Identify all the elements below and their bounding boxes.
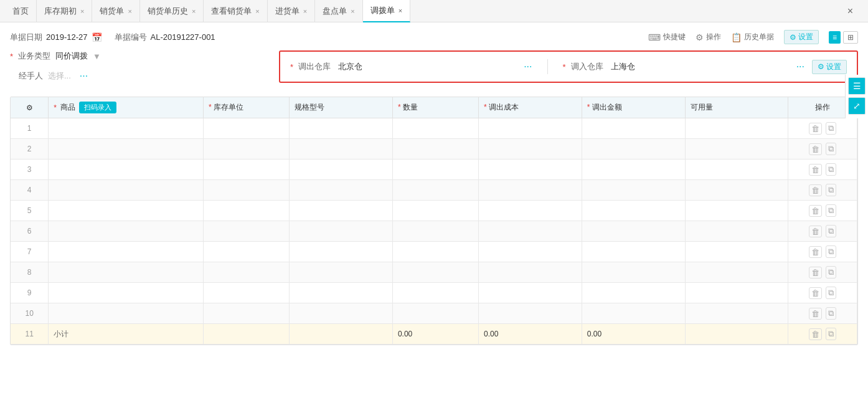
copy-icon-3[interactable]: ⧉ [826, 163, 836, 176]
row-num-11: 11 [11, 324, 49, 345]
cell-product-9[interactable] [49, 283, 204, 303]
handler-more-icon[interactable]: ··· [80, 70, 88, 82]
cell-amount-8 [582, 262, 685, 283]
delete-icon-5[interactable]: 🗑 [809, 205, 822, 217]
copy-icon-1[interactable]: ⧉ [826, 122, 836, 135]
tab-transfer[interactable]: 调拨单 × [363, 0, 410, 22]
grid-view-button[interactable]: ⊞ [843, 31, 858, 44]
cell-cost-4 [479, 180, 582, 201]
sidebar-expand-icon[interactable]: ⤢ [848, 97, 866, 115]
ops-cell-5: 🗑 ⧉ [788, 201, 857, 221]
handler-field[interactable]: 选择... ··· [48, 70, 88, 82]
cell-product-10[interactable] [49, 303, 204, 324]
cell-product-3[interactable] [49, 159, 204, 180]
th-spec: 规格型号 [290, 97, 393, 118]
cell-avail-1 [685, 118, 788, 139]
copy-icon-4[interactable]: ⧉ [826, 184, 836, 196]
tab-close-view-sales[interactable]: × [255, 7, 259, 15]
copy-icon-9[interactable]: ⧉ [826, 287, 836, 299]
cell-unit-11 [203, 324, 289, 345]
delete-icon-11[interactable]: 🗑 [809, 328, 822, 340]
delete-icon-6[interactable]: 🗑 [809, 226, 822, 237]
list-view-button[interactable]: ≡ [829, 31, 841, 44]
operations-button[interactable]: ⚙ 操作 [696, 32, 721, 42]
copy-icon-8[interactable]: ⧉ [826, 266, 836, 278]
delete-icon-1[interactable]: 🗑 [809, 123, 822, 135]
business-type-select[interactable]: 同价调拨 ▼ [55, 50, 155, 62]
warehouse-out-more[interactable]: ··· [524, 61, 532, 72]
table-row: 7 🗑 ⧉ [11, 242, 857, 262]
tab-home[interactable]: 首页 [5, 0, 37, 22]
cell-avail-6 [685, 221, 788, 242]
cell-product-6[interactable] [49, 221, 204, 242]
calendar-icon[interactable]: 📅 [92, 32, 102, 42]
sidebar-list-icon[interactable]: ☰ [848, 77, 866, 95]
delete-icon-4[interactable]: 🗑 [809, 184, 822, 196]
cell-qty-1 [392, 118, 478, 139]
cell-product-2[interactable] [49, 139, 204, 159]
delete-icon-8[interactable]: 🗑 [809, 267, 822, 278]
copy-icon-7[interactable]: ⧉ [826, 245, 836, 258]
scan-entry-button[interactable]: 扫码录入 [79, 102, 116, 113]
table-row: 6 🗑 ⧉ [11, 221, 857, 242]
table-settings-icon[interactable]: ⚙ [26, 103, 33, 112]
header-left: 单据日期 2019-12-27 📅 单据编号 AL-20191227-001 [10, 32, 215, 43]
copy-icon-10[interactable]: ⧉ [826, 307, 836, 320]
window-close-button[interactable]: × [842, 3, 858, 19]
product-required-star: * [54, 103, 57, 112]
cell-product-7[interactable] [49, 242, 204, 262]
date-label: 单据日期 [10, 32, 42, 43]
cell-product-8[interactable] [49, 262, 204, 283]
delete-icon-2[interactable]: 🗑 [809, 143, 822, 155]
cell-unit-4 [203, 180, 289, 201]
tab-sales-order[interactable]: 销货单 × [92, 0, 139, 22]
delete-icon-9[interactable]: 🗑 [809, 287, 822, 299]
ops-cell-9: 🗑 ⧉ [788, 283, 857, 303]
tab-view-sales[interactable]: 查看销货单 × [204, 0, 267, 22]
th-settings[interactable]: ⚙ [11, 97, 49, 118]
copy-icon-6[interactable]: ⧉ [826, 225, 836, 237]
business-type-label: 业务类型 [18, 50, 50, 62]
dropdown-icon[interactable]: ▼ [93, 52, 101, 61]
copy-icon-2[interactable]: ⧉ [826, 143, 836, 155]
row-num-8: 8 [11, 262, 49, 283]
delete-icon-10[interactable]: 🗑 [809, 308, 822, 320]
tab-close-transfer[interactable]: × [399, 7, 402, 14]
tab-close-purchase[interactable]: × [303, 7, 307, 15]
cell-product-4[interactable] [49, 180, 204, 201]
grid-view-icon: ⊞ [847, 33, 854, 42]
row-num-1: 1 [11, 118, 49, 139]
cell-avail-3 [685, 159, 788, 180]
tab-inventory[interactable]: 盘点单 × [315, 0, 362, 22]
warehouse-section: * 调出仓库 北京仓 ··· * 调入仓库 上海仓 ··· ⚙ 设置 [279, 50, 858, 83]
table-row: 5 🗑 ⧉ [11, 201, 857, 221]
copy-icon-5[interactable]: ⧉ [826, 204, 836, 217]
cell-product-1[interactable] [49, 118, 204, 139]
warehouse-settings-button[interactable]: ⚙ 设置 [812, 60, 847, 74]
tab-sales-history[interactable]: 销货单历史 × [140, 0, 204, 22]
header-area: * 业务类型 同价调拨 ▼ 经手人 选择... ··· * 调出仓库 [10, 50, 858, 90]
tab-bar: 首页 库存期初 × 销货单 × 销货单历史 × 查看销货单 × 进货单 × 盘点… [0, 0, 868, 22]
warehouse-in-more[interactable]: ··· [796, 61, 804, 72]
history-button[interactable]: 📋 历史单据 [731, 32, 774, 42]
cell-qty-8 [392, 262, 478, 283]
cell-product-5[interactable] [49, 201, 204, 221]
settings-button[interactable]: ⚙ 设置 [784, 30, 819, 44]
copy-icon-11[interactable]: ⧉ [826, 328, 836, 340]
tab-close-stock-init[interactable]: × [80, 7, 84, 15]
delete-icon-7[interactable]: 🗑 [809, 246, 822, 258]
ops-cell-2: 🗑 ⧉ [788, 139, 857, 159]
tab-close-sales-history[interactable]: × [192, 7, 196, 15]
tab-purchase[interactable]: 进货单 × [268, 0, 315, 22]
delete-icon-3[interactable]: 🗑 [809, 164, 822, 176]
business-type-row: * 业务类型 同价调拨 ▼ [10, 50, 271, 62]
main-content: 单据日期 2019-12-27 📅 单据编号 AL-20191227-001 ⌨… [0, 22, 868, 353]
shortcuts-button[interactable]: ⌨ 快捷键 [648, 32, 686, 42]
table-header-row: ⚙ * 商品 扫码录入 * 库存单位 规格型号 [11, 97, 857, 118]
tab-close-sales-order[interactable]: × [128, 7, 131, 15]
cell-spec-2 [290, 139, 393, 159]
warehouse-in-value: 上海仓 [611, 61, 635, 72]
tab-stock-init[interactable]: 库存期初 × [37, 0, 92, 22]
tab-close-inventory[interactable]: × [351, 7, 354, 15]
warehouse-settings-icon: ⚙ [818, 62, 824, 71]
